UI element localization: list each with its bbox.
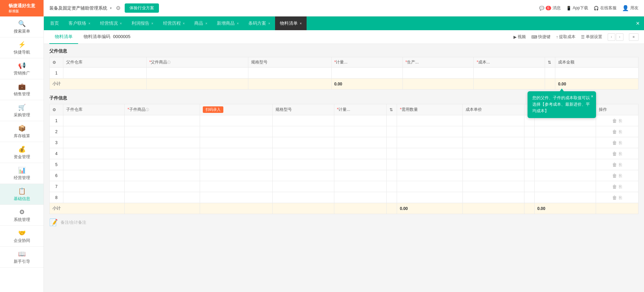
child-row-1-unit[interactable]	[334, 115, 387, 126]
app-logo[interactable]: 畅捷通好生意 标准版	[0, 0, 44, 16]
trial-button[interactable]: 体验行业方案	[125, 3, 159, 13]
sidebar-item-inventory[interactable]: 📦 库存核算	[0, 121, 44, 142]
child-row-1-spec[interactable]	[273, 115, 334, 126]
parent-row-1-warehouse[interactable]	[63, 68, 147, 79]
child-row-2-unit-cost[interactable]	[463, 126, 524, 137]
sidebar-item-marketing[interactable]: 📢 营销推广	[0, 58, 44, 79]
child-row-3-product[interactable]	[125, 137, 200, 148]
child-row-4-unit[interactable]	[334, 148, 387, 159]
child-row-8-unit[interactable]	[334, 192, 387, 203]
scan-btn[interactable]: 扫码录入	[203, 106, 223, 113]
child-row-5-spec[interactable]	[273, 159, 334, 170]
nav-tab-bom[interactable]: 物料清单×	[275, 16, 307, 30]
tab-bom-code[interactable]: 物料清单编码 0000005	[78, 30, 136, 44]
child-row-4-product[interactable]	[125, 148, 200, 159]
child-row-7-warehouse[interactable]	[63, 181, 125, 192]
child-row-3-quantity[interactable]	[397, 137, 463, 148]
sidebar-item-search[interactable]: 🔍 搜索菜单	[0, 16, 44, 37]
child-th-gear[interactable]: ⚙	[50, 104, 63, 115]
child-row-3-spec[interactable]	[273, 137, 334, 148]
child-row-7-spec[interactable]	[273, 181, 334, 192]
child-row-7-unit-cost[interactable]	[463, 181, 524, 192]
delete-icon-row-7[interactable]: 🗑	[612, 184, 617, 189]
child-row-7-product[interactable]	[125, 181, 200, 192]
child-row-6-unit[interactable]	[334, 170, 387, 181]
child-row-4-spec[interactable]	[273, 148, 334, 159]
sidebar-item-quick_nav[interactable]: ⚡ 快捷导航	[0, 37, 44, 58]
tab-close-bom[interactable]: ×	[300, 22, 302, 25]
tab-close-new_goods[interactable]: ×	[237, 22, 239, 25]
user-item[interactable]: 👤 用友	[622, 5, 639, 11]
delete-icon-row-4[interactable]: 🗑	[612, 151, 617, 156]
copy-icon-row-4[interactable]: ⎘	[619, 151, 622, 156]
copy-icon-row-8[interactable]: ⎘	[619, 195, 622, 200]
child-row-7-unit[interactable]	[334, 181, 387, 192]
close-all-icon[interactable]: ✕	[633, 21, 643, 26]
parent-row-1-spec[interactable]	[248, 68, 332, 79]
child-row-8-spec[interactable]	[273, 192, 334, 203]
sidebar-item-system[interactable]: ⚙ 系统管理	[0, 205, 44, 226]
tab-close-barcode[interactable]: ×	[268, 22, 270, 25]
sidebar-item-finance[interactable]: 💰 资金管理	[0, 142, 44, 163]
child-row-6-spec[interactable]	[273, 170, 334, 181]
copy-icon-row-5[interactable]: ⎘	[619, 162, 622, 167]
sidebar-item-purchase[interactable]: 🛒 采购管理	[0, 100, 44, 121]
child-row-5-unit[interactable]	[334, 159, 387, 170]
delete-icon-row-6[interactable]: 🗑	[612, 173, 617, 178]
nav-tab-new_goods[interactable]: 新增商品×	[212, 16, 244, 30]
tab-close-history[interactable]: ×	[183, 22, 185, 25]
tooltip-close-btn[interactable]: ×	[591, 93, 593, 100]
sidebar-item-basic_info[interactable]: 📋 基础信息	[0, 184, 44, 205]
child-row-8-product[interactable]	[125, 192, 200, 203]
child-row-2-product[interactable]	[125, 126, 200, 137]
child-row-3-warehouse[interactable]	[63, 137, 125, 148]
child-row-2-spec[interactable]	[273, 126, 334, 137]
child-row-4-warehouse[interactable]	[63, 148, 125, 159]
parent-th-gear[interactable]: ⚙	[50, 57, 63, 68]
single-settings-action[interactable]: ☰ 单据设置	[581, 34, 602, 40]
view-action[interactable]: ▶ 视频	[513, 34, 526, 40]
copy-icon-row-2[interactable]: ⎘	[619, 129, 622, 135]
copy-icon-row-1[interactable]: ⎘	[619, 118, 622, 124]
system-dropdown-arrow[interactable]: ▾	[110, 6, 112, 10]
tab-close-goods[interactable]: ×	[205, 22, 207, 25]
nav-tab-barcode[interactable]: 条码方案×	[244, 16, 275, 30]
settings-icon[interactable]: ⚙	[114, 3, 122, 13]
child-row-5-quantity[interactable]	[397, 159, 463, 170]
child-row-3-unit-cost[interactable]	[463, 137, 524, 148]
sidebar-item-guide[interactable]: 📖 新手引导	[0, 247, 44, 268]
delete-icon-row-5[interactable]: 🗑	[612, 162, 617, 167]
child-row-1-unit-cost[interactable]	[463, 115, 524, 126]
child-row-6-warehouse[interactable]	[63, 170, 125, 181]
delete-icon-row-2[interactable]: 🗑	[612, 129, 617, 135]
delete-icon-row-3[interactable]: 🗑	[612, 140, 617, 145]
copy-icon-row-3[interactable]: ⎘	[619, 140, 622, 145]
child-row-6-unit-cost[interactable]	[463, 170, 524, 181]
child-row-8-warehouse[interactable]	[63, 192, 125, 203]
copy-icon-row-7[interactable]: ⎘	[619, 184, 622, 189]
parent-row-1-cost[interactable]	[474, 68, 545, 79]
child-row-2-quantity[interactable]	[397, 126, 463, 137]
child-row-3-unit[interactable]	[334, 137, 387, 148]
parent-row-1-product[interactable]	[146, 68, 248, 79]
child-row-8-quantity[interactable]	[397, 192, 463, 203]
sidebar-item-operations[interactable]: 📊 经营管理	[0, 163, 44, 184]
online-service-item[interactable]: 🎧 在线客服	[594, 5, 617, 11]
child-row-1-product[interactable]	[125, 115, 200, 126]
nav-tab-customer[interactable]: 客户联络×	[64, 16, 95, 30]
parent-row-1-production[interactable]	[402, 68, 474, 79]
parent-row-1-unit[interactable]	[331, 68, 402, 79]
tab-close-profit[interactable]: ×	[151, 22, 153, 25]
tab-bom-list[interactable]: 物料清单	[49, 30, 78, 44]
tab-close-operation[interactable]: ×	[120, 22, 122, 25]
tab-close-customer[interactable]: ×	[88, 22, 90, 25]
child-row-8-unit-cost[interactable]	[463, 192, 524, 203]
copy-icon-row-6[interactable]: ⎘	[619, 173, 622, 178]
child-row-6-quantity[interactable]	[397, 170, 463, 181]
child-row-5-unit-cost[interactable]	[463, 159, 524, 170]
child-row-4-quantity[interactable]	[397, 148, 463, 159]
delete-icon-row-8[interactable]: 🗑	[612, 195, 617, 200]
delete-icon-row-1[interactable]: 🗑	[612, 118, 617, 124]
shortcut-action[interactable]: ⌨ 快捷键	[531, 34, 550, 40]
nav-tab-profit[interactable]: 利润报告×	[127, 16, 158, 30]
